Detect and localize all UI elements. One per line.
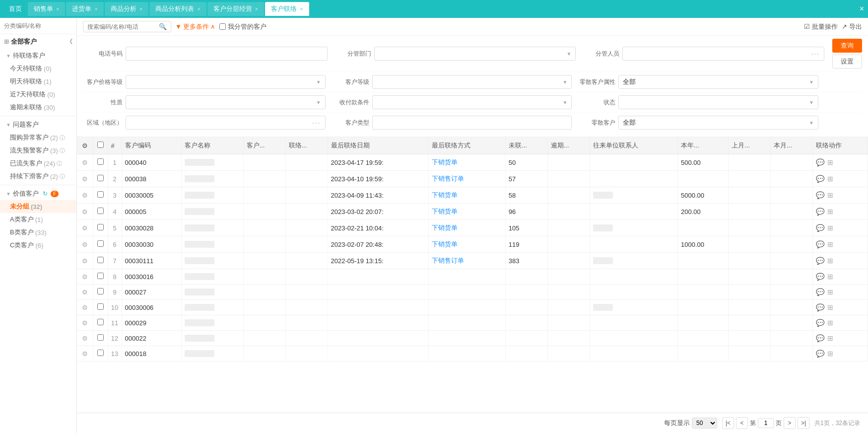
page-input[interactable] [758, 418, 774, 428]
sidebar-item-c-class[interactable]: C类客户 (6) [0, 239, 76, 252]
row-checkbox[interactable] [97, 257, 104, 263]
settings-icon[interactable]: ⚙ [82, 241, 88, 248]
sidebar-item-churned[interactable]: 已流失客户 (24) ⓘ [0, 157, 76, 170]
my-customers-check[interactable] [219, 23, 226, 30]
row-checkbox[interactable] [97, 303, 104, 310]
grid-action-icon[interactable]: ⊞ [827, 288, 833, 296]
sidebar-search-input[interactable] [4, 22, 77, 29]
row-checkbox[interactable] [97, 334, 104, 341]
page-next-btn[interactable]: > [784, 417, 796, 429]
grid-action-icon[interactable]: ⊞ [827, 319, 833, 327]
page-first-btn[interactable]: |< [722, 417, 734, 429]
sidebar-collapse-btn[interactable]: 《 [67, 38, 72, 46]
settings-icon[interactable]: ⚙ [82, 304, 88, 311]
col-settings[interactable]: ⚙ [77, 137, 93, 154]
last-method-link[interactable]: 下销货单 [432, 191, 458, 199]
sidebar-item-tomorrow-pending[interactable]: 明天待联络 (1) [0, 75, 76, 88]
tab-product-analysis[interactable]: 商品分析 × [105, 2, 148, 16]
grid-action-icon[interactable]: ⊞ [827, 191, 833, 199]
message-icon[interactable]: 💬 [816, 257, 824, 265]
settings-icon[interactable]: ⚙ [82, 257, 88, 265]
sidebar-item-churn-warning[interactable]: 流失预警客户 (3) ⓘ [0, 144, 76, 157]
page-last-btn[interactable]: >| [798, 417, 809, 429]
tab-customer-contact[interactable]: 客户联络 × [265, 2, 309, 16]
sidebar-pending-group[interactable]: ▼ 待联络客户 [0, 49, 76, 62]
export-btn[interactable]: ↗ 导出 [842, 22, 862, 31]
settings-icon[interactable]: ⚙ [82, 319, 88, 327]
status-select[interactable]: ▼ [618, 95, 818, 109]
dept-select[interactable]: ▼ [374, 47, 576, 61]
message-icon[interactable]: 💬 [816, 334, 824, 342]
close-tab-customer-tier[interactable]: × [255, 6, 258, 12]
message-icon[interactable]: 💬 [816, 273, 824, 281]
grid-action-icon[interactable]: ⊞ [827, 303, 833, 311]
search-icon[interactable]: 🔍 [159, 23, 167, 30]
row-checkbox[interactable] [97, 191, 104, 198]
grid-action-icon[interactable]: ⊞ [827, 175, 833, 183]
grid-action-icon[interactable]: ⊞ [827, 240, 833, 248]
row-checkbox[interactable] [97, 175, 104, 181]
message-icon[interactable]: 💬 [816, 224, 824, 232]
settings-icon[interactable]: ⚙ [82, 175, 88, 183]
row-checkbox[interactable] [97, 273, 104, 279]
settings-icon[interactable]: ⚙ [82, 192, 88, 199]
phone-input[interactable] [126, 47, 328, 61]
sidebar-item-today-pending[interactable]: 今天待联络 (0) [0, 62, 76, 75]
page-prev-btn[interactable]: < [736, 417, 748, 429]
more-conditions-btn[interactable]: ▼ 更多条件 ∧ [175, 22, 215, 31]
row-checkbox[interactable] [97, 240, 104, 247]
row-checkbox[interactable] [97, 350, 104, 356]
my-customers-checkbox[interactable]: 我分管的客户 [219, 22, 267, 31]
sidebar-item-a-class[interactable]: A类客户 (1) [0, 213, 76, 226]
message-icon[interactable]: 💬 [816, 240, 824, 248]
grid-action-icon[interactable]: ⊞ [827, 208, 833, 216]
close-window[interactable]: × [860, 4, 864, 13]
grid-action-icon[interactable]: ⊞ [827, 257, 833, 265]
last-method-link[interactable]: 下销货单 [432, 224, 458, 231]
close-tab-product-analysis[interactable]: × [139, 6, 142, 12]
sidebar-item-ungrouped[interactable]: 未分组 (32) [0, 200, 76, 213]
retail-select[interactable]: 全部 ▼ [618, 116, 818, 130]
per-page-select[interactable]: 50 100 200 [692, 418, 717, 429]
tab-sales[interactable]: 销售单 × [28, 2, 65, 16]
batch-ops-btn[interactable]: ☑ 批量操作 [804, 22, 838, 31]
row-checkbox[interactable] [97, 158, 104, 165]
message-icon[interactable]: 💬 [816, 288, 824, 296]
sidebar-item-declining[interactable]: 持续下滑客户 (2) ⓘ [0, 170, 76, 183]
last-method-link[interactable]: 下销售订单 [432, 175, 464, 182]
message-icon[interactable]: 💬 [816, 175, 824, 183]
search-input[interactable] [87, 23, 157, 30]
settings-icon[interactable]: ⚙ [82, 159, 88, 166]
grid-action-icon[interactable]: ⊞ [827, 273, 833, 281]
grid-action-icon[interactable]: ⊞ [827, 350, 833, 358]
tab-customer-tier[interactable]: 客户分层经营 × [207, 2, 264, 16]
row-checkbox[interactable] [97, 224, 104, 230]
close-tab-product-analysis-list[interactable]: × [197, 6, 200, 12]
sidebar-score-group[interactable]: ▼ 价值客户 ↻ F [0, 187, 76, 200]
message-icon[interactable]: 💬 [816, 303, 824, 311]
reset-button[interactable]: 设置 [832, 55, 862, 69]
grid-action-icon[interactable]: ⊞ [827, 224, 833, 232]
query-button[interactable]: 查询 [832, 39, 862, 53]
payment-select[interactable]: ▼ [372, 95, 572, 109]
last-method-link[interactable]: 下销售订单 [432, 257, 464, 264]
retail-attr-select[interactable]: 全部 ▼ [618, 75, 818, 89]
close-tab-customer-contact[interactable]: × [300, 6, 303, 12]
customer-type-input[interactable] [372, 116, 572, 130]
select-all-checkbox[interactable] [97, 142, 104, 148]
row-checkbox[interactable] [97, 208, 104, 214]
close-tab-sales[interactable]: × [56, 6, 59, 12]
sidebar-problem-group[interactable]: ▼ 问题客户 [0, 118, 76, 131]
customer-tier-select[interactable]: ▼ [372, 75, 572, 89]
nav-home[interactable]: 首页 [4, 4, 27, 13]
sidebar-item-abnormal[interactable]: 囤购异常客户 (2) ⓘ [0, 131, 76, 144]
nature-select[interactable]: ▼ [126, 95, 326, 109]
row-checkbox[interactable] [97, 288, 104, 294]
close-tab-purchase[interactable]: × [94, 6, 97, 12]
sidebar-item-b-class[interactable]: B类客户 (33) [0, 226, 76, 239]
message-icon[interactable]: 💬 [816, 191, 824, 199]
tab-product-analysis-list[interactable]: 商品分析列表 × [149, 2, 206, 16]
settings-icon[interactable]: ⚙ [82, 273, 88, 281]
manager-input[interactable]: ··· [622, 47, 824, 61]
message-icon[interactable]: 💬 [816, 350, 824, 358]
